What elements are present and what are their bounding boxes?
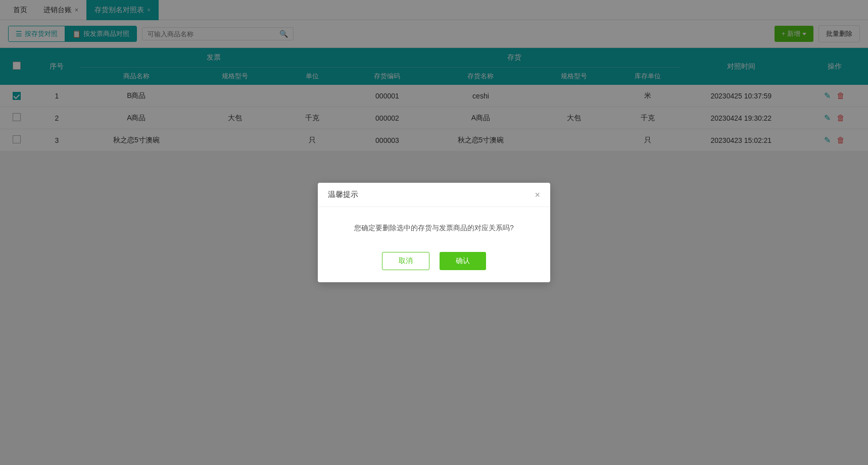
modal-overlay: 温馨提示 × 您确定要删除选中的存货与发票商品的对应关系吗? 取消 确认 — [0, 0, 868, 151]
